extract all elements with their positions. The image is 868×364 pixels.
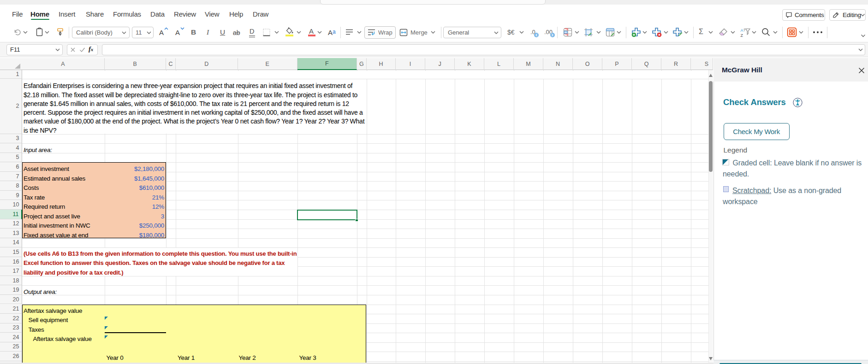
svg-text:Z: Z [741, 33, 743, 37]
svg-text:A: A [741, 28, 743, 33]
